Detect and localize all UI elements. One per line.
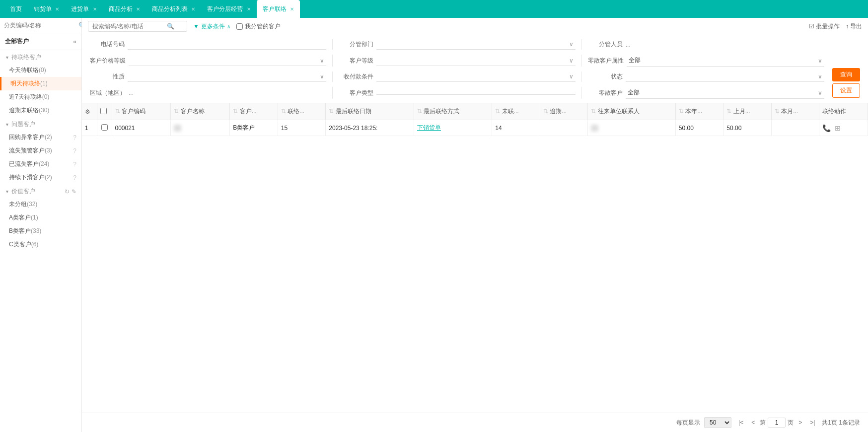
nav-tab-salesorder[interactable]: 销货单 ✕ — [28, 0, 65, 18]
sidebar-item-tomorrow[interactable]: 明天待联络(1) — [0, 77, 81, 90]
sort-icon-overdue[interactable]: ⇅ — [543, 108, 548, 115]
value-customer-refresh-icon[interactable]: ↻ — [65, 188, 70, 195]
region-ellipsis[interactable]: ... — [129, 89, 134, 96]
adv-field-payment: 收付款条件 ∨ — [339, 72, 575, 82]
adv-select-customer-level[interactable]: ∨ — [376, 56, 575, 66]
th-last-contact-date: ⇅ 最后联络日期 — [326, 103, 414, 120]
sort-icon-name[interactable]: ⇅ — [174, 108, 179, 115]
filter-search-box[interactable]: 🔍 — [88, 21, 187, 32]
adv-field-retail-customer: 零散客户 全部 ∨ — [588, 87, 824, 99]
phone-action-icon[interactable]: 📞 — [822, 124, 831, 132]
sidebar-item-class-c[interactable]: C类客户(6) — [0, 238, 81, 251]
close-productanalysislist-tab[interactable]: ✕ — [191, 6, 195, 12]
select-all-checkbox[interactable] — [100, 108, 107, 114]
help-icon-declining[interactable]: ? — [73, 174, 76, 181]
adv-select-nature[interactable]: ∨ — [128, 72, 326, 82]
close-salesorder-tab[interactable]: ✕ — [55, 6, 59, 12]
nav-tab-customerlayer[interactable]: 客户分层经营 ✕ — [201, 0, 256, 18]
sort-icon-type[interactable]: ⇅ — [233, 108, 238, 115]
last-page-button[interactable]: >| — [807, 418, 818, 427]
adv-select-status[interactable]: ∨ — [626, 72, 824, 82]
adv-select-retail-customer[interactable]: 全部 ∨ — [626, 87, 824, 99]
adv-input-phone[interactable] — [128, 39, 326, 50]
help-icon-churned[interactable]: ? — [73, 161, 76, 168]
nav-tab-productanalysislist[interactable]: 商品分析列表 ✕ — [146, 0, 201, 18]
close-customerlayer-tab[interactable]: ✕ — [247, 6, 251, 12]
filter-search-input[interactable] — [92, 23, 167, 30]
filter-right-actions: ☑ 批量操作 ↑ 导出 — [809, 22, 862, 31]
nav-home[interactable]: 首页 — [4, 0, 28, 18]
td-unlisted: 14 — [492, 120, 540, 136]
row-checkbox[interactable] — [101, 124, 108, 131]
sort-icon-person[interactable]: ⇅ — [591, 108, 596, 115]
adv-field-department: 分管部门 ∨ — [339, 39, 575, 50]
prev-page-button[interactable]: < — [748, 418, 758, 427]
adv-sep1 — [332, 39, 333, 50]
sort-icon-year[interactable]: ⇅ — [679, 108, 684, 115]
top-navigation: 首页 销货单 ✕ 进货单 ✕ 商品分析 ✕ 商品分析列表 ✕ 客户分层经营 ✕ … — [0, 0, 868, 18]
manager-ellipsis[interactable]: ... — [626, 41, 631, 48]
sidebar-item-7days[interactable]: 近7天待联络(0) — [0, 90, 81, 104]
sidebar-search-input[interactable] — [4, 22, 78, 29]
close-purchaseorder-tab[interactable]: ✕ — [93, 6, 97, 12]
sidebar-search-icon[interactable]: 🔍 — [78, 22, 82, 29]
sort-icon-contact[interactable]: ⇅ — [281, 108, 286, 115]
sort-icon-code[interactable]: ⇅ — [115, 108, 120, 115]
nav-tab-purchaseorder[interactable]: 进货单 ✕ — [65, 0, 102, 18]
export-icon: ↑ — [846, 23, 849, 30]
adv-select-customer-type[interactable] — [376, 91, 575, 95]
sidebar-collapse-icon[interactable]: « — [73, 38, 76, 45]
contact-person-blurred: Ea — [591, 125, 598, 132]
sidebar-item-ungrouped[interactable]: 未分组(32) — [0, 198, 81, 211]
page-total: 共1页 1条记录 — [822, 419, 860, 427]
sidebar-item-overdue[interactable]: 逾期未联络(30) — [0, 104, 81, 117]
sidebar-item-today[interactable]: 今天待联络(0) — [0, 64, 81, 77]
adv-select-price-level[interactable]: ∨ — [129, 56, 326, 66]
next-page-button[interactable]: > — [796, 418, 805, 427]
chevron-status: ∨ — [818, 73, 822, 80]
help-icon-churn-warning[interactable]: ? — [73, 147, 76, 154]
help-icon-abnormal[interactable]: ? — [73, 134, 76, 141]
nav-tab-productanalysis[interactable]: 商品分析 ✕ — [103, 0, 146, 18]
sort-icon-lastmonth[interactable]: ⇅ — [726, 108, 731, 115]
last-method-link[interactable]: 下销货单 — [417, 124, 441, 131]
sidebar-all-customers[interactable]: 全部客户 « — [0, 33, 81, 50]
nav-tab-customercontact[interactable]: 客户联络 ✕ — [257, 0, 300, 18]
sidebar-item-class-b[interactable]: B类客户(33) — [0, 224, 81, 238]
sidebar-item-declining[interactable]: 持续下滑客户(2) ? — [0, 171, 81, 184]
adv-filter-row2: 客户价格等级 ∨ 客户等级 ∨ — [90, 55, 824, 67]
td-overdue — [540, 120, 588, 136]
td-last-month: 50.00 — [723, 120, 772, 136]
sort-icon-date[interactable]: ⇅ — [329, 108, 334, 115]
value-customer-edit-icon[interactable]: ✎ — [72, 188, 76, 195]
customer-name-blurred: Ea — [174, 125, 181, 132]
sidebar-item-churned[interactable]: 已流失客户(24) ? — [0, 157, 81, 171]
batch-operation-button[interactable]: ☑ 批量操作 — [809, 22, 840, 31]
filter-my-customers[interactable]: 我分管的客户 — [236, 22, 281, 31]
adv-field-customer-level: 客户等级 ∨ — [339, 56, 575, 66]
adv-field-status: 状态 ∨ — [588, 72, 824, 82]
export-button[interactable]: ↑ 导出 — [846, 22, 862, 31]
my-customers-checkbox[interactable] — [236, 23, 243, 30]
filter-search-icon[interactable]: 🔍 — [167, 23, 174, 30]
settings-icon[interactable]: ⚙ — [85, 108, 90, 115]
adv-select-payment[interactable]: ∨ — [376, 72, 575, 82]
close-productanalysis-tab[interactable]: ✕ — [136, 6, 140, 12]
close-customercontact-tab[interactable]: ✕ — [290, 6, 294, 12]
query-button[interactable]: 查询 — [832, 68, 860, 81]
filter-more-conditions[interactable]: ▼ 更多条件 ∧ — [193, 22, 230, 31]
sort-icon-method[interactable]: ⇅ — [417, 108, 422, 115]
setting-button[interactable]: 设置 — [832, 83, 860, 98]
grid-action-icon[interactable]: ⊞ — [835, 124, 841, 132]
first-page-button[interactable]: |< — [735, 418, 746, 427]
per-page-select[interactable]: 50 100 200 — [704, 417, 731, 428]
td-name: Ea — [171, 120, 230, 136]
page-number-input[interactable] — [768, 418, 786, 428]
sidebar-item-abnormal[interactable]: 回购异常客户(2) ? — [0, 131, 81, 144]
adv-select-department[interactable]: ∨ — [376, 39, 575, 50]
sort-icon-thismonth[interactable]: ⇅ — [775, 108, 780, 115]
sidebar-item-churn-warning[interactable]: 流失预警客户(3) ? — [0, 144, 81, 157]
adv-select-retail-attr[interactable]: 全部 ∨ — [627, 55, 824, 67]
sidebar-item-class-a[interactable]: A类客户(1) — [0, 211, 81, 224]
sort-icon-unlisted[interactable]: ⇅ — [495, 108, 500, 115]
